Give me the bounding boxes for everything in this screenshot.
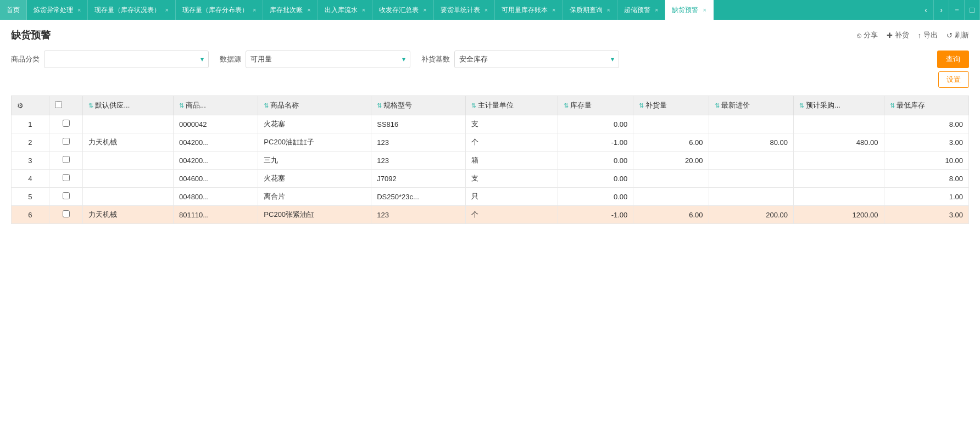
th-unit[interactable]: 主计量单位: [465, 96, 558, 115]
row-spec: J7092: [371, 170, 466, 188]
row-unit: 个: [465, 206, 558, 224]
tab-close-summary[interactable]: ×: [423, 7, 426, 13]
row-replenish: [633, 115, 709, 133]
row-index: 1: [12, 115, 49, 133]
row-checkbox-cell[interactable]: [49, 188, 83, 206]
th-supplier[interactable]: 默认供应...: [83, 96, 174, 115]
row-stock: -1.00: [558, 206, 633, 224]
filter-actions: 查询 设置: [937, 51, 969, 88]
th-price[interactable]: 最新进价: [709, 96, 793, 115]
table-body: 1 0000042 火花塞 SS816 支 0.00 8.00 2 力天机械 0…: [12, 115, 969, 224]
tab-order-stats[interactable]: 要货单统计表 ×: [434, 0, 495, 20]
row-checkbox-cell[interactable]: [49, 133, 83, 152]
row-price: [709, 115, 793, 133]
th-spec[interactable]: 规格型号: [371, 96, 466, 115]
tab-close-stock-dist[interactable]: ×: [253, 7, 256, 13]
tab-shortage[interactable]: 缺货预警 ×: [665, 0, 713, 20]
row-code: 004800...: [173, 188, 258, 206]
tab-close-shortage[interactable]: ×: [703, 7, 706, 13]
row-replenish: 6.00: [633, 206, 709, 224]
datasource-select[interactable]: 可用量 ▾: [246, 51, 410, 68]
export-action[interactable]: ↑ 导出: [918, 30, 938, 40]
data-table: ⚙ 默认供应... 商品... 商品名称 规格型号 主计量单位: [11, 96, 969, 224]
row-checkbox[interactable]: [63, 192, 70, 199]
tab-maximize[interactable]: □: [965, 0, 980, 20]
tab-close-stock-status[interactable]: ×: [165, 7, 168, 13]
row-code: 004200...: [173, 133, 258, 152]
row-checkbox[interactable]: [63, 210, 70, 217]
category-select[interactable]: ▾: [44, 51, 209, 68]
datasource-label: 数据源: [220, 54, 241, 64]
row-min-stock: 1.00: [884, 188, 969, 206]
tab-home[interactable]: 首页: [0, 0, 27, 20]
tab-close-expiry[interactable]: ×: [607, 7, 610, 13]
row-unit: 支: [465, 115, 558, 133]
tab-expiry[interactable]: 保质期查询 ×: [563, 0, 617, 20]
row-checkbox-cell[interactable]: [49, 206, 83, 224]
page-header: 缺货预警 ⎋ 分享 ✚ 补货 ↑ 导出 ↺ 刷新: [11, 29, 969, 42]
th-stock[interactable]: 库存量: [558, 96, 633, 115]
settings-button[interactable]: 设置: [938, 71, 969, 88]
tab-nav-controls: ‹ › － □: [918, 0, 980, 20]
row-price: [709, 188, 793, 206]
replenish-value: 安全库存: [459, 54, 488, 64]
row-spec: SS816: [371, 115, 466, 133]
tab-minimize[interactable]: －: [949, 0, 965, 20]
gear-icon[interactable]: ⚙: [17, 102, 24, 110]
query-button[interactable]: 查询: [937, 51, 969, 68]
tab-inout[interactable]: 出入库流水 ×: [318, 0, 372, 20]
tab-close-batch[interactable]: ×: [307, 7, 310, 13]
row-supplier: [83, 170, 174, 188]
row-checkbox[interactable]: [63, 138, 70, 145]
row-stock: 0.00: [558, 188, 633, 206]
row-checkbox[interactable]: [63, 156, 70, 163]
tab-abnormal[interactable]: 炼货异常处理 ×: [27, 0, 88, 20]
replenish-select[interactable]: 安全库存 ▾: [454, 51, 619, 68]
replenish-action[interactable]: ✚ 补货: [887, 30, 909, 40]
table-row: 2 力天机械 004200... PC200油缸缸子 123 个 -1.00 6…: [12, 133, 969, 152]
row-name: 三九: [258, 152, 371, 170]
tab-close-order-stats[interactable]: ×: [485, 7, 488, 13]
row-checkbox-cell[interactable]: [49, 152, 83, 170]
row-checkbox[interactable]: [63, 174, 70, 181]
row-supplier: 力天机械: [83, 133, 174, 152]
row-checkbox-cell[interactable]: [49, 115, 83, 133]
th-replenish[interactable]: 补货量: [633, 96, 709, 115]
tab-close-available[interactable]: ×: [552, 7, 555, 13]
row-checkbox[interactable]: [63, 120, 70, 127]
tab-scroll-next[interactable]: ›: [934, 0, 949, 20]
tab-available[interactable]: 可用量库存账本 ×: [495, 0, 563, 20]
th-min-stock[interactable]: 最低库存: [884, 96, 969, 115]
select-all-checkbox[interactable]: [55, 101, 62, 108]
tab-close-abnormal[interactable]: ×: [77, 7, 81, 13]
tab-stock-dist[interactable]: 现存量（库存分布表） ×: [176, 0, 263, 20]
row-supplier: 力天机械: [83, 206, 174, 224]
row-price: [709, 170, 793, 188]
row-unit: 个: [465, 133, 558, 152]
table-row: 1 0000042 火花塞 SS816 支 0.00 8.00: [12, 115, 969, 133]
tab-stock-status[interactable]: 现存量（库存状况表） ×: [88, 0, 175, 20]
tab-summary[interactable]: 收发存汇总表 ×: [372, 0, 433, 20]
tab-close-inout[interactable]: ×: [362, 7, 365, 13]
table-row: 6 力天机械 801110... PC200张紧油缸 123 个 -1.00 6…: [12, 206, 969, 224]
refresh-action[interactable]: ↺ 刷新: [946, 30, 969, 40]
row-supplier: [83, 188, 174, 206]
row-est-buy: 480.00: [793, 133, 884, 152]
row-name: 火花塞: [258, 170, 371, 188]
filter-replenish-group: 补货基数 安全库存 ▾: [421, 51, 619, 68]
th-name[interactable]: 商品名称: [258, 96, 371, 115]
tab-batch[interactable]: 库存批次账 ×: [263, 0, 318, 20]
tab-scroll-prev[interactable]: ‹: [918, 0, 934, 20]
row-price: [709, 152, 793, 170]
tab-close-overstock[interactable]: ×: [655, 7, 658, 13]
share-action[interactable]: ⎋ 分享: [857, 30, 878, 40]
row-checkbox-cell[interactable]: [49, 170, 83, 188]
tab-overstock[interactable]: 超储预警 ×: [617, 0, 665, 20]
row-unit: 支: [465, 170, 558, 188]
datasource-value: 可用量: [250, 54, 272, 64]
filter-category-group: 商品分类 ▾: [11, 51, 209, 68]
th-est-buy[interactable]: 预计采购...: [793, 96, 884, 115]
th-checkbox[interactable]: [49, 96, 83, 115]
th-settings[interactable]: ⚙: [12, 96, 49, 115]
th-code[interactable]: 商品...: [173, 96, 258, 115]
